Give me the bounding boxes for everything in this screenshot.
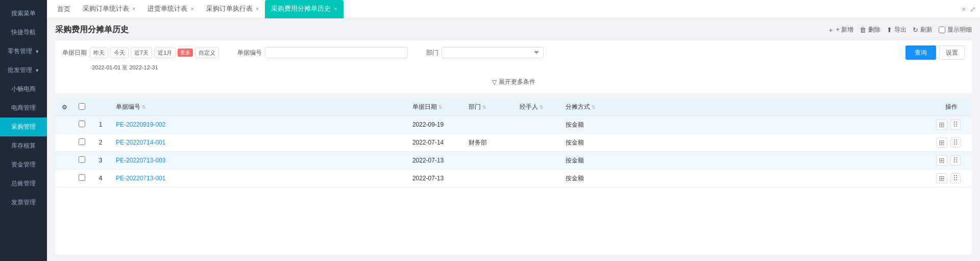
table-row: 2 PE-20220714-001 2022-07-14 财务部 按金额 ⊞ ⠿: [55, 134, 972, 152]
sort-icon-split: ⇅: [592, 105, 596, 110]
row-dept-2: [463, 152, 514, 170]
tab-purchase-order-stats[interactable]: 采购订单统计表 ×: [77, 0, 141, 18]
col-handler[interactable]: 经手人 ⇅: [514, 99, 560, 116]
show-cols-toggle[interactable]: 显示明细: [939, 26, 972, 34]
col-split-method[interactable]: 分摊方式 ⇅: [560, 99, 931, 116]
row-edit-icon-2[interactable]: ⊞: [936, 155, 947, 165]
row-more-icon-3[interactable]: ⠿: [950, 173, 961, 183]
row-doc-no-3[interactable]: PE-20220713-001: [111, 170, 407, 187]
row-doc-no-0[interactable]: PE-20220919-002: [111, 116, 407, 134]
row-doc-no-1[interactable]: PE-20220714-001: [111, 134, 407, 152]
col-action: 操作: [931, 99, 972, 116]
row-action-1: ⊞ ⠿: [931, 134, 972, 152]
page-title: 采购费用分摊单历史: [55, 25, 129, 35]
date-btn-custom[interactable]: 自定义: [195, 48, 219, 58]
row-more-icon-1[interactable]: ⠿: [950, 137, 961, 148]
query-button[interactable]: 查询: [905, 45, 936, 60]
sidebar-item-shortcut[interactable]: 快捷导航: [0, 23, 47, 42]
table-container: ⚙ 单据编号 ⇅ 单据日期 ⇅ 部门 ⇅: [55, 99, 972, 255]
sidebar-item-wholesale[interactable]: 批发管理 ▼: [0, 61, 47, 80]
row-action-0: ⊞ ⠿: [931, 116, 972, 134]
tab-bar: 首页 采购订单统计表 × 进货单统计表 × 采购订单执行表 × 采购费用分摊单历…: [47, 0, 980, 18]
row-dept-3: [463, 170, 514, 187]
sidebar-item-search[interactable]: 搜索菜单: [0, 4, 47, 23]
sort-icon-dept: ⇅: [482, 105, 486, 110]
chevron-down-icon: ▽: [492, 79, 497, 86]
row-checkbox-0[interactable]: [79, 121, 85, 127]
doc-no-input[interactable]: [265, 47, 408, 58]
row-checkbox-1[interactable]: [79, 138, 85, 145]
row-handler-1: [514, 134, 560, 152]
row-edit-icon-1[interactable]: ⊞: [936, 137, 947, 148]
close-tab-purchase-order-exec[interactable]: ×: [256, 6, 259, 12]
sidebar-item-ledger[interactable]: 总账管理: [0, 174, 47, 193]
select-all-checkbox[interactable]: [79, 103, 85, 110]
expand-more-btn[interactable]: ▽ 展开更多条件: [62, 76, 965, 88]
table-row: 3 PE-20220713-003 2022-07-13 按金额 ⊞ ⠿: [55, 152, 972, 170]
sidebar-item-retail[interactable]: 零售管理 ▼: [0, 42, 47, 61]
date-btn-7days[interactable]: 近7天: [131, 48, 152, 58]
row-settings-3: [55, 170, 74, 187]
row-doc-no-2[interactable]: PE-20220713-003: [111, 152, 407, 170]
row-action-3: ⊞ ⠿: [931, 170, 972, 187]
date-btn-1month[interactable]: 近1月: [154, 48, 176, 58]
col-doc-no[interactable]: 单据编号 ⇅: [111, 99, 407, 116]
sidebar-item-mini[interactable]: 小畅电商: [0, 80, 47, 99]
tab-home[interactable]: 首页: [51, 0, 77, 18]
date-btn-today[interactable]: 今天: [110, 48, 129, 58]
row-check-1[interactable]: [74, 134, 90, 152]
export-button[interactable]: ⬆ 导出: [887, 26, 906, 34]
filter-settings-button[interactable]: 设置: [939, 45, 965, 60]
row-split-method-2: 按金额: [560, 152, 931, 170]
add-button[interactable]: ＋ + 新增: [827, 26, 853, 35]
row-split-method-3: 按金额: [560, 170, 931, 187]
row-handler-2: [514, 152, 560, 170]
col-check[interactable]: [74, 99, 90, 116]
row-checkbox-3[interactable]: [79, 174, 85, 181]
doc-no-link-0[interactable]: PE-20220919-002: [116, 121, 165, 128]
row-settings-1: [55, 134, 74, 152]
col-settings[interactable]: ⚙: [55, 99, 74, 116]
sidebar-item-finance[interactable]: 资金管理: [0, 155, 47, 174]
sidebar-item-inventory[interactable]: 库存核算: [0, 136, 47, 155]
dept-select[interactable]: [442, 47, 544, 58]
close-all-tabs-icon[interactable]: ×: [962, 5, 966, 13]
show-cols-checkbox[interactable]: [939, 27, 945, 33]
row-settings-0: [55, 116, 74, 134]
delete-button[interactable]: 🗑 删除: [860, 26, 880, 34]
col-dept[interactable]: 部门 ⇅: [463, 99, 514, 116]
row-action-2: ⊞ ⠿: [931, 152, 972, 170]
add-icon: ＋: [827, 26, 834, 35]
row-check-0[interactable]: [74, 116, 90, 134]
refresh-button[interactable]: ↻ 刷新: [913, 26, 933, 34]
row-check-3[interactable]: [74, 170, 90, 187]
sidebar-item-purchase[interactable]: 采购管理: [0, 117, 47, 136]
row-dept-1: 财务部: [463, 134, 514, 152]
filter-area: 单据日期 昨天 今天 近7天 近1月 更多 自定义 单据编号: [55, 40, 972, 93]
row-edit-icon-0[interactable]: ⊞: [936, 120, 947, 130]
row-handler-0: [514, 116, 560, 134]
col-doc-date[interactable]: 单据日期 ⇅: [407, 99, 463, 116]
col-num: [90, 99, 111, 116]
row-checkbox-2[interactable]: [79, 156, 85, 163]
doc-no-link-3[interactable]: PE-20220713-001: [116, 175, 165, 182]
delete-icon: 🗑: [860, 26, 866, 34]
tab-purchase-order-exec[interactable]: 采购订单执行表 ×: [200, 0, 265, 18]
row-split-method-0: 按金额: [560, 116, 931, 134]
row-more-icon-2[interactable]: ⠿: [950, 155, 961, 165]
close-tab-purchase-cost-history[interactable]: ×: [334, 6, 337, 12]
row-more-icon-0[interactable]: ⠿: [950, 120, 961, 130]
close-tab-purchase-order-stats[interactable]: ×: [132, 6, 135, 12]
sidebar-item-ecommerce[interactable]: 电商管理: [0, 99, 47, 117]
doc-no-link-2[interactable]: PE-20220713-003: [116, 157, 165, 164]
doc-no-link-1[interactable]: PE-20220714-001: [116, 139, 165, 146]
close-tab-purchase-incoming-stats[interactable]: ×: [190, 6, 193, 12]
row-edit-icon-3[interactable]: ⊞: [936, 173, 947, 183]
sidebar-item-invoice[interactable]: 发票管理: [0, 193, 47, 212]
date-more-tag[interactable]: 更多: [178, 49, 193, 57]
tab-purchase-incoming-stats[interactable]: 进货单统计表 ×: [141, 0, 200, 18]
date-btn-yesterday[interactable]: 昨天: [90, 48, 108, 58]
row-check-2[interactable]: [74, 152, 90, 170]
tab-purchase-cost-history[interactable]: 采购费用分摊单历史 ×: [265, 0, 343, 18]
maximize-icon[interactable]: ⤢: [970, 5, 976, 13]
